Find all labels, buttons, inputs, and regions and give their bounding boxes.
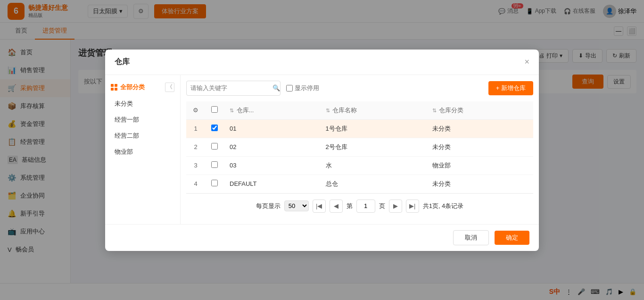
cell-num-3: 3 <box>186 156 205 175</box>
cell-cat-3: 物业部 <box>427 156 533 175</box>
grid-icon <box>111 84 117 91</box>
row-checkbox-1[interactable] <box>211 125 218 131</box>
row-checkbox-3[interactable] <box>211 161 218 168</box>
category-panel: 全部分类 《 未分类 经营一部 经营二部 物业部 <box>105 75 181 224</box>
table-toolbar: 🔍 显示停用 + 新增仓库 <box>186 81 533 96</box>
cell-name-4: 总仓 <box>320 175 427 193</box>
th-category: ⇅ 仓库分类 <box>427 101 533 120</box>
row-checkbox-4[interactable] <box>211 180 218 186</box>
page-size-select[interactable]: 50 100 200 <box>284 200 309 211</box>
cell-num-4: 4 <box>186 175 205 193</box>
table-row[interactable]: 3 03 水 物业部 <box>186 156 533 175</box>
cell-cat-2: 未分类 <box>427 138 533 156</box>
data-table: ⚙ ⇅ 仓库... ⇅ <box>186 101 533 193</box>
cell-cb-4 <box>205 175 224 193</box>
category-item-property[interactable]: 物业部 <box>105 144 180 160</box>
cell-cat-1: 未分类 <box>427 119 533 138</box>
sort-icon-name: ⇅ <box>326 108 330 113</box>
category-item-ops2[interactable]: 经营二部 <box>105 128 180 144</box>
confirm-button[interactable]: 确定 <box>495 231 529 245</box>
collapse-button[interactable]: 《 <box>165 83 174 92</box>
page-number-input[interactable] <box>356 200 375 213</box>
next-page-button[interactable]: ▶ <box>389 200 402 213</box>
table-header-row: ⚙ ⇅ 仓库... ⇅ <box>186 101 533 120</box>
cell-code-1: 01 <box>224 119 320 138</box>
all-categories[interactable]: 全部分类 <box>111 83 145 92</box>
sort-icon-cat: ⇅ <box>432 108 437 113</box>
cell-num-1: 1 <box>186 119 205 138</box>
cell-code-3: 03 <box>224 156 320 175</box>
cell-code-4: DEFAULT <box>224 175 320 193</box>
cell-name-2: 2号仓库 <box>320 138 427 156</box>
search-input[interactable] <box>190 84 270 92</box>
search-icon: 🔍 <box>272 84 280 92</box>
cell-name-1: 1号仓库 <box>320 119 427 138</box>
modal-body: 全部分类 《 未分类 经营一部 经营二部 物业部 🔍 <box>105 75 539 224</box>
table-panel: 🔍 显示停用 + 新增仓库 <box>181 75 539 224</box>
select-all-checkbox[interactable] <box>211 106 218 113</box>
page-size-selector[interactable]: 50 100 200 <box>284 200 309 211</box>
cell-code-2: 02 <box>224 138 320 156</box>
last-page-button[interactable]: ▶| <box>406 200 419 213</box>
warehouse-table: ⚙ ⇅ 仓库... ⇅ <box>186 101 533 193</box>
modal-header: 仓库 × <box>105 50 539 75</box>
cell-name-3: 水 <box>320 156 427 175</box>
search-box: 🔍 <box>186 81 281 96</box>
first-page-button[interactable]: |◀ <box>313 200 326 213</box>
pagination: 每页显示 50 100 200 |◀ ◀ 第 页 ▶ ▶| <box>186 193 533 218</box>
cancel-button[interactable]: 取消 <box>453 230 489 245</box>
cell-cb-1 <box>205 119 224 138</box>
th-checkbox <box>205 101 224 120</box>
category-header: 全部分类 《 <box>105 79 180 96</box>
table-row[interactable]: 1 01 1号仓库 未分类 <box>186 119 533 138</box>
add-warehouse-button[interactable]: + 新增仓库 <box>488 81 533 95</box>
row-checkbox-2[interactable] <box>211 143 218 150</box>
cell-cat-4: 未分类 <box>427 175 533 193</box>
category-item-unclassified[interactable]: 未分类 <box>105 96 180 112</box>
settings-col-icon[interactable]: ⚙ <box>193 107 198 114</box>
table-row[interactable]: 2 02 2号仓库 未分类 <box>186 138 533 156</box>
cell-cb-3 <box>205 156 224 175</box>
modal-close-button[interactable]: × <box>524 57 529 67</box>
cell-num-2: 2 <box>186 138 205 156</box>
th-settings: ⚙ <box>186 101 205 120</box>
table-row[interactable]: 4 DEFAULT 总仓 未分类 <box>186 175 533 193</box>
modal-title: 仓库 <box>115 57 130 67</box>
th-name: ⇅ 仓库名称 <box>320 101 427 120</box>
warehouse-modal: 仓库 × 全部分类 《 <box>105 50 539 251</box>
sort-icon-code: ⇅ <box>230 108 234 113</box>
category-item-ops1[interactable]: 经营一部 <box>105 112 180 128</box>
th-code: ⇅ 仓库... <box>224 101 320 120</box>
modal-overlay: 仓库 × 全部分类 《 <box>0 0 644 300</box>
show-disabled-checkbox[interactable] <box>286 85 293 92</box>
prev-page-button[interactable]: ◀ <box>330 200 343 213</box>
show-disabled-toggle[interactable]: 显示停用 <box>286 84 319 92</box>
modal-footer: 取消 确定 <box>105 224 539 251</box>
toolbar-left: 🔍 显示停用 <box>186 81 319 96</box>
cell-cb-2 <box>205 138 224 156</box>
